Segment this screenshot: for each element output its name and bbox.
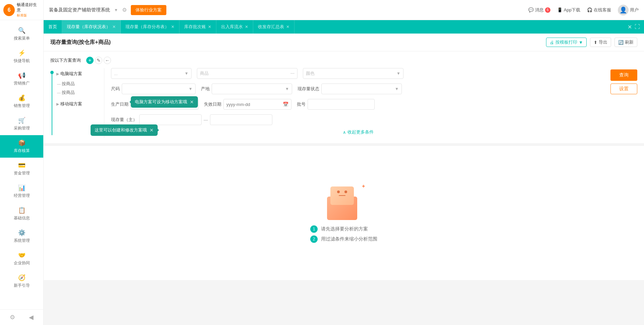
sidebar-item-operations[interactable]: 📊 经营管理 [0, 180, 43, 203]
compass-icon: 🧭 [18, 274, 25, 281]
tab-batch-account-label: 库存批次账 [184, 24, 206, 30]
collapse-more-conditions[interactable]: ∧ 收起更多条件 [111, 126, 605, 138]
exp-date-field[interactable] [226, 102, 283, 107]
chevron-up-icon: ∧ [343, 130, 346, 135]
message-icon: 💬 [528, 7, 534, 12]
scheme-tooltip-popup: 电脑方案可设为移动方案哦 ✕ [131, 96, 198, 108]
mobile-scheme-arrow: ▶ [56, 102, 59, 106]
inventory-qty-to-field[interactable] [213, 117, 269, 122]
export-button[interactable]: ⬆ 导出 [590, 38, 611, 47]
empty-state: ✦ 1 请先选择要分析的方案 2 用过滤条件来缩小分析范围 [304, 156, 384, 270]
maximize-icon[interactable]: ⛶ [635, 24, 640, 30]
sidebar-item-marketing[interactable]: 📢 营销推广 [0, 68, 43, 90]
refresh-button[interactable]: 🔄 刷新 [614, 38, 637, 47]
empty-step-2: 2 用过滤条件来缩小分析范围 [310, 235, 377, 243]
avatar: 👤 [618, 5, 629, 15]
filter-actions: + ✎ ← [86, 57, 111, 64]
settings-bottom-icon[interactable]: ⚙ [10, 314, 15, 321]
collapse-sidebar-icon[interactable]: ◀ [29, 314, 34, 321]
color-chevron-icon: ▼ [396, 71, 400, 76]
sidebar-item-sales[interactable]: 💰 销售管理 [0, 90, 43, 113]
tabbar-actions: ✕ ⛶ [624, 24, 644, 30]
scheme-tooltip-close[interactable]: ✕ [190, 99, 194, 105]
tab-close-in-out-flow[interactable]: ✕ [245, 24, 248, 29]
content-divider [44, 143, 644, 146]
sidebar-item-enterprise[interactable]: 🤝 企业协同 [0, 248, 43, 270]
inventory-qty-from-field[interactable] [142, 117, 199, 122]
gear-nav-icon: ⚙️ [18, 229, 25, 236]
scheme-sub-item-1[interactable]: — 按商品 [57, 79, 104, 88]
header-right: 💬 消息 6 📱 App下载 🎧 在线客服 👤 用户 [528, 5, 639, 15]
message-action[interactable]: 💬 消息 6 [528, 7, 550, 13]
sidebar-item-inventory[interactable]: 📦 库存核算 [0, 135, 43, 158]
sidebar-item-base-info[interactable]: 📋 基础信息 [0, 203, 43, 225]
warehouse-placeholder: ... [114, 71, 118, 76]
origin-label: 产地 [201, 86, 210, 92]
size-select[interactable]: ▼ [122, 84, 196, 94]
color-select[interactable]: 颜色 ▼ [303, 68, 404, 79]
empty-steps: 1 请先选择要分析的方案 2 用过滤条件来缩小分析范围 [310, 225, 377, 243]
exp-date-input[interactable]: 📅 [223, 99, 291, 110]
batch-field[interactable] [311, 102, 372, 107]
user-action[interactable]: 👤 用户 [618, 5, 639, 15]
headset-icon: 🎧 [587, 7, 592, 12]
sidebar-bottom: ⚙ ◀ [0, 309, 43, 325]
app-download-action[interactable]: 📱 App下载 [557, 7, 580, 13]
exp-date-cal-icon[interactable]: 📅 [283, 102, 288, 107]
tab-close-inventory-status[interactable]: ✕ [112, 24, 116, 29]
close-all-tabs-icon[interactable]: ✕ [628, 24, 632, 30]
chart-icon: 📊 [18, 184, 25, 192]
add-scheme-button[interactable]: + [86, 57, 94, 64]
scheme-sub-item-2[interactable]: — 按商品 [57, 88, 104, 97]
solution-button[interactable]: 体验行业方案 [131, 5, 166, 15]
create-tooltip-close[interactable]: ✕ [150, 127, 154, 133]
inventory-qty-label: 现存量（主） [111, 117, 137, 123]
header-gear-icon[interactable]: ⚙ [122, 7, 127, 13]
origin-select[interactable]: ▼ [212, 84, 292, 94]
logo-icon: 6 [3, 4, 15, 16]
system-dropdown-icon[interactable]: ▼ [114, 8, 118, 12]
header-left: 装备及固定资产辅助管理系统 ▼ ⚙ 体验行业方案 [49, 5, 166, 15]
tab-batch-account[interactable]: 库存批次账 ✕ [179, 20, 216, 34]
sidebar-item-finance[interactable]: 💳 资金管理 [0, 158, 43, 180]
tab-collect-summary[interactable]: 收发存汇总表 ✕ [253, 20, 294, 34]
inventory-status-label: 现存量状态 [298, 86, 319, 92]
tab-close-collect-summary[interactable]: ✕ [286, 24, 289, 29]
tab-home[interactable]: 首页 [44, 20, 62, 34]
tab-home-label: 首页 [48, 24, 57, 30]
money-icon: 💰 [18, 94, 25, 102]
desktop-scheme-item[interactable]: ▶ 电脑端方案 [50, 69, 104, 78]
cart-icon: 🛒 [18, 117, 25, 124]
product-select[interactable]: 商品 ⋯ [197, 68, 298, 79]
back-arrow-button[interactable]: ← [104, 57, 111, 64]
tab-in-out-flow[interactable]: 出入库流水 ✕ [216, 20, 253, 34]
warehouse-select[interactable]: ... ▼ [111, 68, 192, 79]
sidebar-nav: 🔍 搜索菜单 ⚡ 快捷导航 📢 营销推广 💰 销售管理 🛒 采购管理 📦 库存核… [0, 20, 43, 309]
sidebar-item-guide[interactable]: 🧭 新手引导 [0, 270, 43, 292]
inventory-qty-from[interactable] [139, 114, 202, 125]
online-support-action[interactable]: 🎧 在线客服 [587, 7, 611, 13]
tab-inventory-status[interactable]: 现存量（库存状况表） ✕ [62, 20, 121, 34]
page-actions: 🖨 按模板打印 ▼ ⬆ 导出 🔄 刷新 [546, 38, 637, 47]
step-1-text: 请先选择要分析的方案 [321, 226, 368, 232]
reset-button[interactable]: 设置 [610, 84, 637, 94]
sidebar-item-system[interactable]: ⚙️ 系统管理 [0, 225, 43, 248]
sidebar-item-purchase[interactable]: 🛒 采购管理 [0, 113, 43, 135]
sidebar-item-search[interactable]: 🔍 搜索菜单 [0, 23, 43, 45]
tab-inventory-status-label: 现存量（库存状况表） [67, 24, 110, 30]
tab-inventory-distribution[interactable]: 现存量（库存分布表） ✕ [121, 20, 179, 34]
batch-input[interactable] [308, 99, 375, 110]
top-header: 装备及固定资产辅助管理系统 ▼ ⚙ 体验行业方案 💬 消息 6 📱 App下载 … [44, 0, 644, 20]
inventory-qty-to[interactable] [210, 114, 272, 125]
tab-in-out-flow-label: 出入库流水 [221, 24, 243, 30]
arrow-left-icon: ← [105, 58, 110, 63]
inventory-status-select[interactable]: ▼ [321, 84, 402, 94]
template-print-button[interactable]: 🖨 按模板打印 ▼ [546, 38, 587, 47]
query-button[interactable]: 查询 [610, 69, 637, 81]
sidebar-item-quick-nav[interactable]: ⚡ 快捷导航 [0, 45, 43, 68]
edit-scheme-button[interactable]: ✎ [95, 57, 102, 64]
lightning-icon: ⚡ [18, 49, 25, 57]
tab-close-inventory-distribution[interactable]: ✕ [171, 24, 174, 29]
mobile-scheme-item[interactable]: ▶ 移动端方案 [50, 100, 104, 108]
tab-close-batch-account[interactable]: ✕ [208, 24, 211, 29]
